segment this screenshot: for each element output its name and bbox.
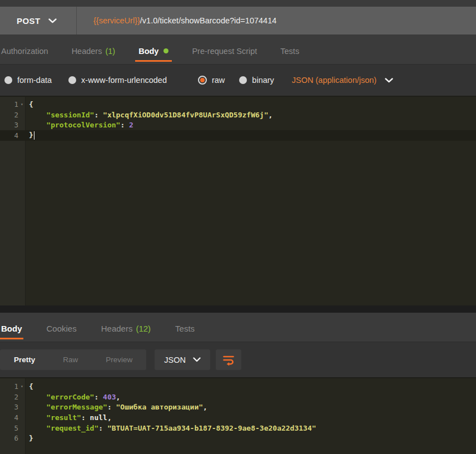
line-number: 5 xyxy=(0,424,18,432)
line-number: 4 xyxy=(0,413,18,422)
headers-count-badge: (12) xyxy=(136,324,151,333)
response-tab-body[interactable]: Body xyxy=(1,315,22,342)
tab-label: Tests xyxy=(175,324,195,333)
tab-authorization[interactable]: Authorization xyxy=(1,38,48,64)
tab-body[interactable]: Body xyxy=(138,38,168,64)
code-text: } xyxy=(29,434,33,442)
active-tab-underline xyxy=(0,338,23,340)
tab-pre-request-script[interactable]: Pre-request Script xyxy=(192,38,257,64)
code-line[interactable]: 3 "protocolVersion": 2 xyxy=(0,120,476,130)
tab-label: Authorization xyxy=(1,47,48,56)
code-text: { xyxy=(29,382,33,391)
window-top-strip xyxy=(0,0,476,7)
code-text: } xyxy=(29,131,34,140)
request-body-editor[interactable]: 1▾{2 "sessionId": "xlpcqfXiOD0dv51D84fvP… xyxy=(0,96,476,305)
line-number: 1 xyxy=(0,100,18,108)
radio-unselected-icon xyxy=(68,76,76,84)
line-number: 3 xyxy=(0,121,18,129)
code-line[interactable]: 2 "sessionId": "xlpcqfXiOD0dv51D84fvP8UA… xyxy=(0,110,476,120)
radio-label: form-data xyxy=(17,76,52,85)
tab-tests[interactable]: Tests xyxy=(280,38,299,64)
view-pretty-button[interactable]: Pretty xyxy=(0,349,49,370)
response-tab-bar: Body Cookies Headers (12) Tests xyxy=(0,313,476,342)
format-label: JSON xyxy=(164,356,186,364)
button-label: Raw xyxy=(63,356,78,364)
tab-label: Headers xyxy=(72,47,102,56)
code-text: { xyxy=(29,100,33,108)
method-label: POST xyxy=(17,16,40,26)
url-path: /v1.0/ticket/showBarcode?id=1074414 xyxy=(140,16,276,25)
view-raw-button[interactable]: Raw xyxy=(49,349,92,370)
active-tab-underline xyxy=(135,60,172,62)
wrap-text-icon xyxy=(222,353,235,367)
text-cursor xyxy=(34,131,35,140)
content-type-selector[interactable]: JSON (application/json) xyxy=(292,76,393,85)
radio-label: raw xyxy=(212,76,225,85)
response-format-selector[interactable]: JSON xyxy=(155,349,210,370)
view-mode-group: Pretty Raw Preview xyxy=(0,349,146,370)
code-text: "request_id": "BTUAT=UAT-715aa934-b187-8… xyxy=(29,424,316,432)
radio-label: x-www-form-urlencoded xyxy=(81,76,167,85)
code-line[interactable]: 4} xyxy=(0,130,476,141)
code-line[interactable]: 3 "errorMessage": "Ошибка авторизации", xyxy=(0,402,476,412)
line-number: 2 xyxy=(0,393,18,401)
button-label: Pretty xyxy=(14,356,35,364)
code-text: "sessionId": "xlpcqfXiOD0dv51D84fvP8UArS… xyxy=(29,111,272,119)
tab-label: Cookies xyxy=(47,324,77,333)
section-divider[interactable] xyxy=(0,305,476,313)
code-text: "protocolVersion": 2 xyxy=(29,121,133,129)
body-type-form-data[interactable]: form-data xyxy=(4,76,52,85)
body-type-urlencoded[interactable]: x-www-form-urlencoded xyxy=(68,76,167,85)
code-line[interactable]: 4 "result": null, xyxy=(0,412,476,423)
tab-label: Headers xyxy=(101,324,133,333)
code-line[interactable]: 1▾{ xyxy=(0,381,476,392)
radio-unselected-icon xyxy=(4,76,12,84)
wrap-text-button[interactable] xyxy=(216,349,241,370)
request-tab-bar: Authorization Headers (1) Body Pre-reque… xyxy=(0,34,476,65)
line-number: 1 xyxy=(0,382,18,391)
code-line[interactable]: 6} xyxy=(0,433,476,443)
chevron-down-icon xyxy=(193,357,201,362)
line-number: 6 xyxy=(0,434,18,442)
tab-label: Tests xyxy=(280,47,299,56)
code-text: "errorMessage": "Ошибка авторизации", xyxy=(29,403,207,411)
code-line[interactable]: 1▾{ xyxy=(0,99,476,110)
response-tab-tests[interactable]: Tests xyxy=(175,315,195,342)
chevron-down-icon xyxy=(385,78,393,83)
content-type-label: JSON (application/json) xyxy=(292,76,376,85)
postman-window: POST {{serviceUrl}}/v1.0/ticket/showBarc… xyxy=(0,0,476,454)
tab-label: Body xyxy=(1,324,22,333)
body-type-binary[interactable]: binary xyxy=(239,76,274,85)
body-type-raw[interactable]: raw xyxy=(198,76,225,85)
tab-label: Pre-request Script xyxy=(192,47,257,56)
line-number: 3 xyxy=(0,403,18,411)
radio-unselected-icon xyxy=(239,76,247,84)
code-text: "result": null, xyxy=(29,413,112,422)
response-view-toolbar: Pretty Raw Preview JSON xyxy=(0,342,476,377)
button-label: Preview xyxy=(106,356,132,364)
body-filled-dot-icon xyxy=(163,48,168,53)
radio-label: binary xyxy=(252,76,274,85)
body-type-bar: form-data x-www-form-urlencoded raw bina… xyxy=(0,65,476,96)
line-number: 2 xyxy=(0,111,18,119)
code-line[interactable]: 5 "request_id": "BTUAT=UAT-715aa934-b187… xyxy=(0,423,476,433)
headers-count-badge: (1) xyxy=(105,47,115,56)
response-body-editor[interactable]: 1▾{2 "errorCode": 403,3 "errorMessage": … xyxy=(0,377,476,454)
url-environment-variable: {{serviceUrl}} xyxy=(93,16,140,25)
response-tab-cookies[interactable]: Cookies xyxy=(47,315,77,342)
view-preview-button[interactable]: Preview xyxy=(92,349,146,370)
tab-headers[interactable]: Headers (1) xyxy=(72,38,116,64)
radio-selected-icon xyxy=(198,76,207,85)
line-number: 4 xyxy=(0,131,18,140)
code-line[interactable]: 2 "errorCode": 403, xyxy=(0,392,476,402)
request-url-bar: POST {{serviceUrl}}/v1.0/ticket/showBarc… xyxy=(0,7,476,34)
tab-label: Body xyxy=(138,47,158,56)
method-selector[interactable]: POST xyxy=(0,7,77,34)
url-input[interactable]: {{serviceUrl}}/v1.0/ticket/showBarcode?i… xyxy=(77,7,476,34)
fold-arrow-icon[interactable]: ▾ xyxy=(18,102,26,107)
chevron-down-icon xyxy=(48,18,57,23)
code-text: "errorCode": 403, xyxy=(29,393,120,401)
fold-arrow-icon[interactable]: ▾ xyxy=(18,384,26,389)
response-tab-headers[interactable]: Headers (12) xyxy=(101,315,151,342)
